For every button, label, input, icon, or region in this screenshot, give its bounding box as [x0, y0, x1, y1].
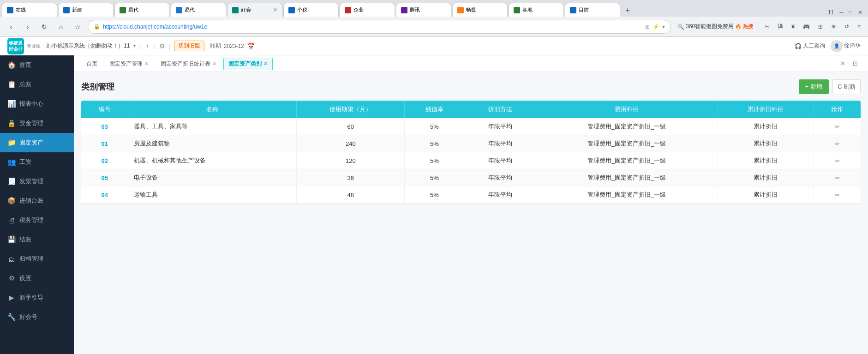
- sidebar-item-more[interactable]: 🔧 好会号: [0, 307, 74, 327]
- tab-favicon: [232, 7, 239, 13]
- cell-method: 年限平均: [464, 186, 536, 204]
- tab-depreciation-table[interactable]: 固定资产折旧统计表 ✕: [156, 58, 221, 70]
- col-header-expense: 费用科目: [536, 101, 718, 118]
- cell-name: 房屋及建筑物: [128, 135, 297, 152]
- cell-action: ✏: [814, 152, 861, 169]
- browser-tab-gedi[interactable]: 各地: [509, 3, 564, 17]
- sidebar-item-archive[interactable]: 🗂 归档管理: [0, 249, 74, 269]
- sidebar-item-settings[interactable]: ⚙ 设置: [0, 269, 74, 288]
- home-nav-button[interactable]: ⌂: [54, 20, 67, 33]
- tab-close-fixed-asset-mgmt[interactable]: ✕: [144, 61, 149, 67]
- sidebar-item-purchase-sales[interactable]: 📦 进销台账: [0, 191, 74, 210]
- tab-category-label: 固定资产类别: [228, 60, 262, 68]
- cell-code: 01: [81, 135, 128, 152]
- bookmark-button[interactable]: ☆: [71, 20, 84, 33]
- edit-icon[interactable]: ✏: [835, 192, 840, 198]
- grid-tool[interactable]: ⊞: [815, 22, 826, 31]
- username-label: 徐泽华: [844, 42, 861, 50]
- cell-period: 48: [297, 186, 405, 204]
- sidebar-item-ledger[interactable]: 📋 总账: [0, 75, 74, 94]
- purchase-sales-icon: 📦: [7, 197, 16, 205]
- sidebar-item-reports[interactable]: 📊 报表中心: [0, 94, 74, 114]
- sidebar-item-fixed-assets[interactable]: 📁 固定资产: [0, 133, 74, 152]
- cell-name: 器具、工具、家具等: [128, 118, 297, 135]
- tab-fixed-asset-mgmt-label: 固定资产管理: [109, 60, 143, 68]
- ssl-lock-icon: 🔒: [94, 24, 100, 30]
- browser-tab-new[interactable]: 新建: [58, 3, 114, 17]
- header-settings-icon[interactable]: ⚙: [159, 42, 165, 50]
- tab-close-icon[interactable]: ✕: [273, 7, 277, 13]
- minimize-button[interactable]: ─: [838, 8, 845, 17]
- edit-icon[interactable]: ✏: [835, 140, 840, 147]
- logo-text: 畅捷通好会计: [9, 41, 23, 52]
- tab-fixed-asset-mgmt[interactable]: 固定资产管理 ✕: [104, 58, 154, 70]
- cell-action: ✏: [814, 169, 861, 186]
- sidebar-item-home[interactable]: 🏠 首页: [0, 55, 74, 75]
- history-tool[interactable]: ↺: [842, 22, 852, 31]
- more-icon: 🔧: [7, 313, 16, 321]
- url-text: https://cloud.chanjet.com/accounting/uw1…: [103, 24, 642, 30]
- tab-collapse-icon[interactable]: ✕: [838, 60, 848, 67]
- menu-tool[interactable]: ≡: [855, 22, 863, 31]
- browser-tab-tengxun[interactable]: 腾讯: [396, 3, 451, 17]
- edit-icon[interactable]: ✏: [835, 157, 840, 164]
- sidebar-item-checkout[interactable]: 💾 结账: [0, 230, 74, 249]
- browser-tab-qiye[interactable]: 企业: [340, 3, 395, 17]
- browser-tab-haohui[interactable]: 好会 ✕: [227, 3, 282, 17]
- sidebar-item-guide[interactable]: ▶ 新手引导: [0, 288, 74, 307]
- new-tab-button[interactable]: ＋: [621, 4, 634, 17]
- tab-expand-icon[interactable]: ⊡: [850, 60, 861, 67]
- sidebar-item-tax[interactable]: 🖨 税务管理: [0, 210, 74, 230]
- sidebar-item-payroll[interactable]: 👥 工资: [0, 152, 74, 172]
- cell-code: 03: [81, 118, 128, 135]
- edit-icon[interactable]: ✏: [835, 123, 840, 130]
- tab-bar-right: 11 ─ □ ✕: [826, 8, 868, 17]
- invoice-icon: 🧾: [7, 177, 16, 186]
- tab-close-category[interactable]: ✕: [263, 61, 268, 67]
- address-bar[interactable]: 🔒 https://cloud.chanjet.com/accounting/u…: [88, 20, 671, 34]
- tab-favicon: [288, 7, 295, 13]
- tab-actions: ✕ ⊡: [838, 60, 861, 67]
- dropdown-icon[interactable]: ▾: [662, 24, 665, 30]
- cell-name: 机器、机械和其他生产设备: [128, 152, 297, 169]
- add-company-icon[interactable]: ＋: [144, 42, 150, 50]
- edit-icon[interactable]: ✏: [835, 174, 840, 181]
- browser-tab-yidai1[interactable]: 易代: [114, 3, 170, 17]
- payroll-icon: 👥: [7, 158, 16, 166]
- browser-tab-yidai2[interactable]: 易代: [171, 3, 226, 17]
- back-button[interactable]: ‹: [5, 20, 18, 33]
- refresh-button[interactable]: C 刷新: [832, 79, 861, 94]
- reload-button[interactable]: ↻: [38, 20, 51, 33]
- game-tool[interactable]: 🎮: [800, 22, 813, 31]
- sidebar-item-funds[interactable]: 🔒 资金管理: [0, 114, 74, 133]
- close-window-button[interactable]: ✕: [856, 8, 864, 17]
- browser-tab-muqian[interactable]: 目前: [565, 3, 620, 17]
- switch-to-old-btn[interactable]: 切到旧版: [174, 41, 204, 51]
- cell-name: 电子设备: [128, 169, 297, 186]
- tab-close-depreciation-table[interactable]: ✕: [212, 61, 216, 67]
- add-button[interactable]: + 新增: [799, 79, 829, 94]
- company-dropdown-icon[interactable]: ▾: [133, 43, 136, 48]
- tab-title: 目前: [579, 6, 615, 13]
- tab-home[interactable]: 首页: [81, 58, 102, 70]
- tab-category[interactable]: 固定资产类别 ✕: [223, 58, 273, 70]
- user-account-button[interactable]: 👤 徐泽华: [831, 40, 861, 52]
- maximize-button[interactable]: □: [847, 8, 854, 17]
- calendar-icon[interactable]: 📅: [247, 42, 255, 50]
- cut-tool[interactable]: ✂: [762, 22, 772, 31]
- theme-tool[interactable]: ☀: [828, 22, 839, 31]
- service-button[interactable]: 🎧 人工咨询: [795, 42, 825, 50]
- separator2: |: [154, 43, 155, 49]
- table-body: 03 器具、工具、家具等 60 5% 年限平均 管理费用_固定资产折旧_一级 累…: [81, 118, 861, 204]
- tab-count-badge: 11: [826, 8, 836, 17]
- browser-tab-changti[interactable]: 畅提: [452, 3, 508, 17]
- wallet-tool[interactable]: ¥: [789, 22, 797, 31]
- search-tool[interactable]: 🔍 360智能抠图免费用 🔥 热搜: [675, 21, 756, 32]
- browser-tab-geshui[interactable]: 个税: [283, 3, 339, 17]
- translate-tool[interactable]: 译: [775, 21, 786, 32]
- sidebar-item-invoice[interactable]: 🧾 发票管理: [0, 172, 74, 191]
- browser-tab-zaix[interactable]: 在线: [2, 3, 57, 17]
- forward-button[interactable]: ›: [21, 20, 34, 33]
- sidebar-label-fixed-assets: 固定资产: [19, 138, 43, 147]
- toolbar-divider: [759, 22, 759, 31]
